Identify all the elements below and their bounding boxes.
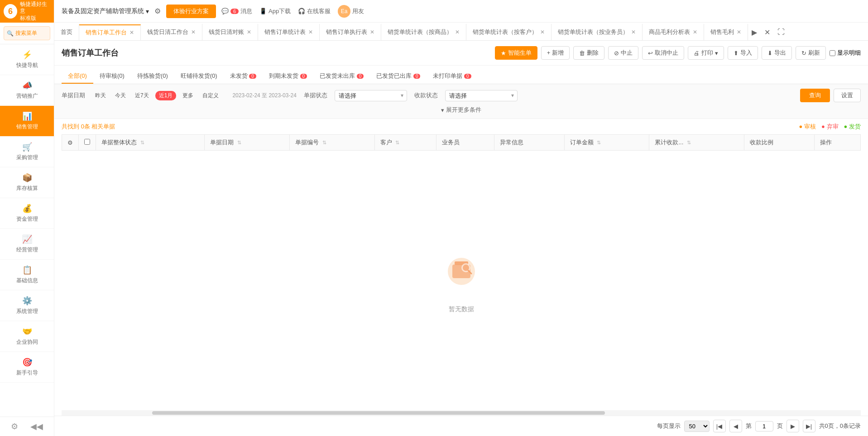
user-menu-button[interactable]: Ea 用友 — [338, 5, 364, 18]
sub-tab-overdue-not-shipped[interactable]: 到期未发货 0 — [263, 69, 313, 84]
sort-number-icon[interactable]: ⇅ — [322, 140, 326, 145]
show-detail-checkbox[interactable] — [830, 50, 835, 56]
col-settings[interactable]: ⚙ — [62, 135, 79, 151]
search-menu-button[interactable]: 🔍 搜索菜单 — [4, 26, 50, 40]
system-name-text: 装备及固定资产辅助管理系统 — [62, 7, 144, 15]
cancel-suspend-button[interactable]: ↩ 取消中止 — [642, 46, 684, 60]
date-1month-btn[interactable]: 近1月 — [155, 91, 177, 100]
tab-sales-stats[interactable]: 销售订单统计表 ✕ — [258, 24, 320, 40]
sidebar-item-base[interactable]: 📋 基础信息 — [0, 260, 54, 290]
export-button[interactable]: ⬇ 导出 — [762, 46, 792, 60]
sub-tab-shipped-not-out[interactable]: 已发货未出库 0 — [313, 69, 370, 84]
tab-sales-summary-customer[interactable]: 销货单统计表（按客户） ✕ — [466, 24, 551, 40]
prev-page-button[interactable]: ◀ — [729, 420, 742, 432]
sort-date-icon[interactable]: ⇅ — [237, 140, 241, 145]
industry-solution-button[interactable]: 体验行业方案 — [166, 5, 216, 18]
online-service-button[interactable]: 🎧 在线客服 — [298, 7, 331, 15]
sub-tab-all[interactable]: 全部(0) — [62, 69, 93, 84]
settings-bottom-icon[interactable]: ⚙ — [11, 422, 18, 431]
headset-icon: 🎧 — [298, 8, 305, 14]
status-select[interactable]: 请选择 — [335, 90, 407, 101]
select-all-checkbox[interactable] — [84, 139, 90, 145]
tab-sales-workbench[interactable]: 销售订单工作台 ✕ — [79, 24, 141, 41]
import-button[interactable]: ⬆ 导入 — [728, 46, 758, 60]
sidebar-item-sales[interactable]: 📊 销售管理 — [0, 106, 54, 137]
system-name-dropdown[interactable]: 装备及固定资产辅助管理系统 ▾ — [62, 7, 149, 15]
sidebar-item-purchase[interactable]: 🛒 采购管理 — [0, 137, 54, 167]
tab-close-sales-gain[interactable]: ✕ — [737, 29, 741, 35]
pagination: 每页显示 50 20 100 |◀ ◀ 第 页 ▶ ▶| 共0页，0条记录 — [54, 416, 868, 436]
col-checkbox[interactable] — [79, 135, 96, 151]
sub-tab-wangpu-pending[interactable]: 旺铺待发货(0) — [174, 69, 224, 84]
col-number: 单据编号 ⇅ — [289, 135, 374, 151]
app-download-button[interactable]: 📱 App下载 — [259, 7, 291, 15]
collapse-icon[interactable]: ◀◀ — [30, 422, 43, 431]
tab-close-gross-profit[interactable]: ✕ — [693, 29, 697, 35]
tab-close-sales-workbench[interactable]: ✕ — [129, 29, 134, 36]
date-more-btn[interactable]: 更多 — [180, 91, 196, 100]
print-button[interactable]: 🖨 打印 ▾ — [688, 46, 724, 60]
sidebar-item-inventory[interactable]: 📦 库存核算 — [0, 167, 54, 198]
sidebar-item-corp[interactable]: 🤝 企业协同 — [0, 321, 54, 352]
date-today-btn[interactable]: 今天 — [112, 91, 129, 100]
first-page-button[interactable]: |◀ — [713, 420, 726, 432]
tab-more-button[interactable]: ▶ — [748, 24, 761, 40]
tab-cash-reconcile[interactable]: 钱货日清对账 ✕ — [202, 24, 258, 40]
date-custom-btn[interactable]: 自定义 — [200, 91, 221, 100]
sidebar-item-quick-nav[interactable]: ⚡ 快捷导航 — [0, 44, 54, 75]
sidebar-item-system[interactable]: ⚙️ 系统管理 — [0, 290, 54, 321]
tab-close-summary-product[interactable]: ✕ — [455, 29, 460, 35]
tab-home[interactable]: 首页 — [54, 24, 79, 40]
tab-sales-gain[interactable]: 销售毛利 ✕ — [704, 24, 748, 40]
sidebar-item-finance[interactable]: 💰 资金管理 — [0, 198, 54, 229]
delete-button[interactable]: 🗑 删除 — [573, 46, 604, 60]
batch-deliver-button[interactable]: ● 发货 — [844, 123, 861, 131]
tab-close-cash-daily[interactable]: ✕ — [191, 29, 196, 35]
tab-close-summary-staff[interactable]: ✕ — [631, 29, 636, 35]
date-7days-btn[interactable]: 近7天 — [132, 91, 152, 100]
next-page-button[interactable]: ▶ — [786, 420, 799, 432]
tab-cash-daily[interactable]: 钱货日清工作台 ✕ — [141, 24, 202, 40]
show-detail-checkbox-area[interactable]: 显示明细 — [830, 49, 861, 57]
smart-create-button[interactable]: ★ 智能生单 — [495, 46, 537, 60]
sub-tab-not-printed[interactable]: 未打印单据 0 — [427, 69, 477, 84]
scrollbar-thumb[interactable] — [152, 411, 605, 415]
sidebar-item-guide[interactable]: 🎯 新手引导 — [0, 352, 54, 383]
tab-close-summary-customer[interactable]: ✕ — [540, 29, 545, 35]
sort-amount-icon[interactable]: ⇅ — [597, 140, 601, 145]
date-yesterday-btn[interactable]: 昨天 — [92, 91, 109, 100]
sub-tab-pending-inspect[interactable]: 待拣验货(0) — [131, 69, 174, 84]
sort-customer-icon[interactable]: ⇅ — [395, 140, 399, 145]
tab-close-all-button[interactable]: ✕ — [761, 24, 774, 40]
page-number-input[interactable] — [755, 421, 773, 431]
last-page-button[interactable]: ▶| — [803, 420, 815, 432]
message-button[interactable]: 💬 6 消息 — [221, 7, 252, 15]
batch-approve-button[interactable]: ● 审核 — [799, 123, 816, 131]
refresh-button[interactable]: ↻ 刷新 — [796, 46, 826, 60]
payment-select[interactable]: 请选择 — [445, 90, 518, 101]
page-size-select[interactable]: 50 20 100 — [684, 421, 710, 432]
add-button[interactable]: + 新增 — [541, 46, 570, 60]
tab-sales-summary-product[interactable]: 销货单统计表（按商品） ✕ — [381, 24, 466, 40]
tab-sales-exec[interactable]: 销售订单执行表 ✕ — [320, 24, 381, 40]
filter-expand-button[interactable]: ▾ 展开更多条件 — [441, 106, 481, 114]
suspend-button[interactable]: ⊘ 中止 — [608, 46, 638, 60]
sub-tab-not-shipped[interactable]: 未发货 0 — [224, 69, 263, 84]
tab-sales-summary-staff[interactable]: 销货单统计表（按业务员） ✕ — [551, 24, 643, 40]
tab-close-sales-exec[interactable]: ✕ — [370, 29, 374, 35]
sort-collected-icon[interactable]: ⇅ — [687, 140, 691, 145]
horizontal-scrollbar[interactable] — [62, 410, 861, 416]
sidebar-item-marketing[interactable]: 📣 营销推广 — [0, 75, 54, 106]
tab-fullscreen-button[interactable]: ⛶ — [774, 24, 788, 40]
header-settings-icon[interactable]: ⚙ — [154, 7, 161, 15]
sidebar-item-operations[interactable]: 📈 经营管理 — [0, 229, 54, 260]
tab-gross-profit[interactable]: 商品毛利分析表 ✕ — [643, 24, 704, 40]
query-button[interactable]: 查询 — [800, 89, 830, 102]
batch-reject-button[interactable]: ● 弃审 — [821, 123, 838, 131]
tab-close-sales-stats[interactable]: ✕ — [308, 29, 313, 35]
sort-status-icon[interactable]: ⇅ — [140, 140, 144, 145]
tab-close-cash-reconcile[interactable]: ✕ — [247, 29, 251, 35]
sub-tab-shipped-out[interactable]: 已发货已出库 0 — [370, 69, 427, 84]
filter-settings-button[interactable]: 设置 — [834, 89, 861, 102]
sub-tab-pending-review[interactable]: 待审核(0) — [93, 69, 131, 84]
